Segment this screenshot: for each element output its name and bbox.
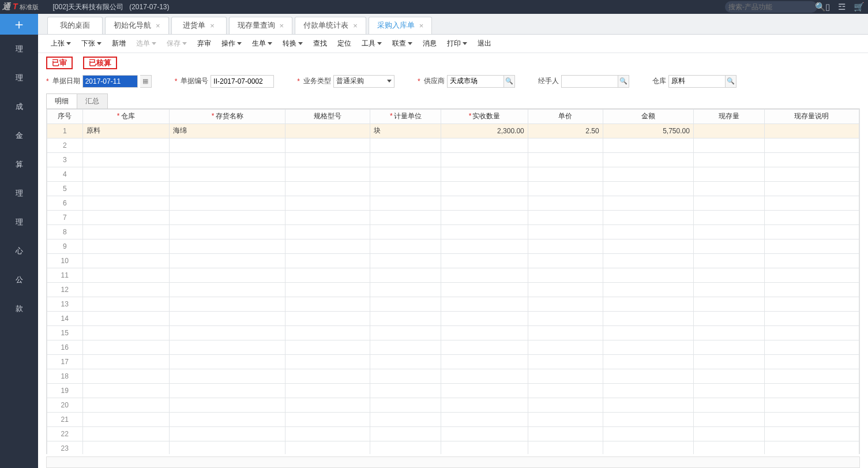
- cell[interactable]: [285, 282, 370, 297]
- sidebar-item-5[interactable]: 理: [0, 179, 38, 208]
- cell[interactable]: [82, 398, 169, 412]
- cell[interactable]: [603, 268, 693, 282]
- cell[interactable]: 14: [47, 311, 83, 325]
- toolbar-转换[interactable]: 转换: [278, 37, 307, 50]
- sidebar-item-7[interactable]: 心: [0, 237, 38, 265]
- cell[interactable]: [82, 340, 169, 354]
- cell[interactable]: [528, 398, 603, 412]
- cell[interactable]: [764, 441, 859, 454]
- table-row[interactable]: 8: [47, 224, 859, 239]
- cell[interactable]: [169, 311, 285, 325]
- cell[interactable]: [370, 325, 441, 340]
- cell[interactable]: [441, 282, 528, 297]
- cell[interactable]: [370, 210, 441, 224]
- cell[interactable]: [441, 412, 528, 426]
- cell[interactable]: [82, 167, 169, 181]
- toolbar-定位[interactable]: 定位: [333, 37, 356, 50]
- cell[interactable]: [603, 441, 693, 454]
- cell[interactable]: [441, 253, 528, 268]
- cell[interactable]: [285, 412, 370, 426]
- cell[interactable]: [169, 210, 285, 224]
- cell[interactable]: [82, 210, 169, 224]
- cell[interactable]: [370, 311, 441, 325]
- cell[interactable]: [370, 253, 441, 268]
- cell[interactable]: [370, 181, 441, 196]
- cell[interactable]: [693, 282, 764, 297]
- toolbar-上张[interactable]: 上张: [46, 37, 76, 50]
- cell[interactable]: [528, 426, 603, 441]
- cell[interactable]: 2: [47, 138, 83, 152]
- toolbar-弃审[interactable]: 弃审: [193, 37, 216, 50]
- close-icon[interactable]: ×: [280, 21, 284, 30]
- cell[interactable]: 10: [47, 253, 83, 268]
- cell[interactable]: [764, 123, 859, 138]
- cell[interactable]: [764, 196, 859, 210]
- cell[interactable]: [285, 354, 370, 369]
- cell[interactable]: [764, 412, 859, 426]
- handler-lookup-icon[interactable]: 🔍: [618, 75, 629, 88]
- table-row[interactable]: 3: [47, 152, 859, 167]
- warehouse-input[interactable]: [668, 75, 725, 88]
- cell[interactable]: [169, 282, 285, 297]
- cell[interactable]: [528, 383, 603, 398]
- table-row[interactable]: 12: [47, 282, 859, 297]
- table-row[interactable]: 18: [47, 369, 859, 383]
- cell[interactable]: 块: [370, 123, 441, 138]
- cell[interactable]: [370, 196, 441, 210]
- cell[interactable]: [528, 297, 603, 311]
- cell[interactable]: [441, 210, 528, 224]
- cell[interactable]: [370, 268, 441, 282]
- cell[interactable]: 5: [47, 181, 83, 196]
- cell[interactable]: 13: [47, 297, 83, 311]
- cell[interactable]: [603, 224, 693, 239]
- cell[interactable]: [603, 412, 693, 426]
- col-8[interactable]: 现存量: [693, 109, 764, 123]
- cell[interactable]: [764, 311, 859, 325]
- cell[interactable]: [528, 282, 603, 297]
- cell[interactable]: [693, 181, 764, 196]
- table-row[interactable]: 22: [47, 426, 859, 441]
- cell[interactable]: [693, 268, 764, 282]
- cell[interactable]: [441, 268, 528, 282]
- cell[interactable]: [370, 441, 441, 454]
- col-1[interactable]: *仓库: [82, 109, 169, 123]
- cell[interactable]: [370, 398, 441, 412]
- cell[interactable]: [285, 253, 370, 268]
- cell[interactable]: [169, 412, 285, 426]
- cell[interactable]: [169, 383, 285, 398]
- cell[interactable]: [370, 412, 441, 426]
- col-3[interactable]: 规格型号: [285, 109, 370, 123]
- cell[interactable]: [603, 369, 693, 383]
- cell[interactable]: [285, 239, 370, 253]
- cell[interactable]: [285, 138, 370, 152]
- cell[interactable]: [764, 210, 859, 224]
- cell[interactable]: [603, 282, 693, 297]
- table-row[interactable]: 14: [47, 311, 859, 325]
- cell[interactable]: [693, 398, 764, 412]
- table-row[interactable]: 2: [47, 138, 859, 152]
- cell[interactable]: [82, 354, 169, 369]
- sidebar-add-button[interactable]: ＋: [0, 14, 38, 35]
- cell[interactable]: [528, 181, 603, 196]
- warehouse-lookup-icon[interactable]: 🔍: [725, 75, 737, 88]
- cell[interactable]: [603, 181, 693, 196]
- cell[interactable]: [441, 311, 528, 325]
- cell[interactable]: [603, 311, 693, 325]
- cell[interactable]: [82, 268, 169, 282]
- table-row[interactable]: 17: [47, 354, 859, 369]
- cell[interactable]: [528, 268, 603, 282]
- tab-1[interactable]: 初始化导航×: [105, 17, 169, 34]
- cell[interactable]: [285, 123, 370, 138]
- cell[interactable]: [528, 340, 603, 354]
- cell[interactable]: [285, 311, 370, 325]
- toolbar-工具[interactable]: 工具: [357, 37, 386, 50]
- toolbar-下张[interactable]: 下张: [77, 37, 106, 50]
- cell[interactable]: [370, 167, 441, 181]
- tab-0[interactable]: 我的桌面: [47, 17, 103, 34]
- close-icon[interactable]: ×: [353, 21, 358, 30]
- col-4[interactable]: *计量单位: [370, 109, 441, 123]
- cell[interactable]: [82, 239, 169, 253]
- cell[interactable]: [169, 441, 285, 454]
- cell[interactable]: 7: [47, 210, 83, 224]
- cell[interactable]: [441, 297, 528, 311]
